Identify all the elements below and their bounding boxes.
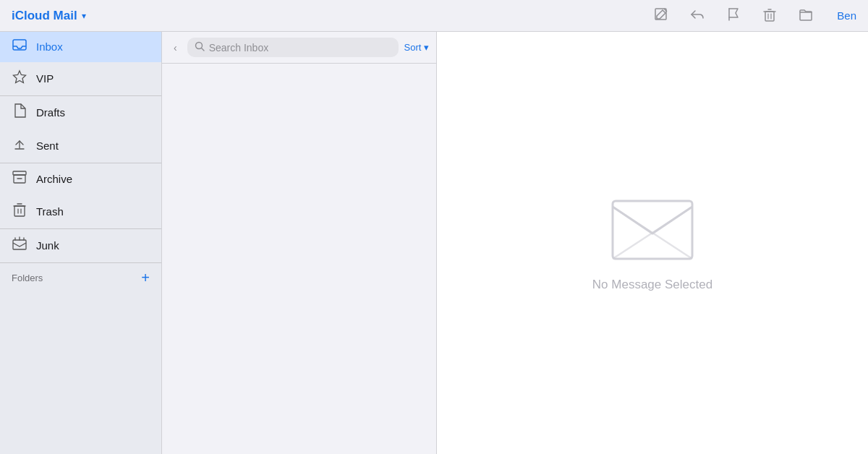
add-folder-button[interactable]: + <box>141 270 150 285</box>
header-left: iCloud Mail ▾ <box>12 9 86 23</box>
sort-button[interactable]: Sort ▾ <box>404 42 429 53</box>
detail-panel: No Message Selected <box>437 32 868 454</box>
trash-label: Trash <box>36 205 64 218</box>
archive-label: Archive <box>36 173 72 185</box>
message-list-panel: ‹ Sort ▾ <box>162 32 437 454</box>
message-list-body <box>162 64 436 454</box>
inbox-icon <box>12 39 27 54</box>
no-message-text: No Message Selected <box>592 278 712 292</box>
search-box <box>187 38 399 57</box>
no-message-icon <box>605 194 699 266</box>
star-icon <box>12 69 27 87</box>
folders-label: Folders <box>12 273 43 283</box>
app-title: iCloud Mail <box>12 9 77 23</box>
app-header: iCloud Mail ▾ <box>0 0 868 32</box>
svg-rect-2 <box>765 12 774 21</box>
inbox-label: Inbox <box>36 40 63 53</box>
svg-line-17 <box>201 48 204 51</box>
junk-label: Junk <box>36 239 59 252</box>
search-icon <box>195 41 205 53</box>
sidebar-item-vip[interactable]: VIP <box>0 62 161 95</box>
sidebar-item-drafts[interactable]: Drafts <box>0 96 161 129</box>
sidebar-item-archive[interactable]: Archive <box>0 163 161 195</box>
svg-rect-6 <box>13 171 26 175</box>
main-content: Inbox VIP Drafts <box>0 32 868 454</box>
svg-rect-12 <box>13 240 26 249</box>
move-folder-button[interactable] <box>795 4 817 27</box>
drafts-label: Drafts <box>36 106 65 119</box>
collapse-sidebar-button[interactable]: ‹ <box>169 39 182 56</box>
sidebar-item-trash[interactable]: Trash <box>0 195 161 228</box>
sidebar-item-inbox[interactable]: Inbox <box>0 32 161 62</box>
sent-icon <box>12 137 27 155</box>
search-input[interactable] <box>209 42 391 53</box>
sent-label: Sent <box>36 140 59 152</box>
reply-button[interactable] <box>686 4 708 27</box>
flag-button[interactable] <box>723 4 744 27</box>
svg-rect-9 <box>14 206 25 216</box>
sidebar-item-junk[interactable]: Junk <box>0 229 161 262</box>
sidebar-item-sent[interactable]: Sent <box>0 129 161 163</box>
vip-label: VIP <box>36 72 54 85</box>
junk-icon <box>12 236 27 254</box>
header-actions: Ben <box>650 4 856 27</box>
folders-row[interactable]: Folders + <box>0 263 161 292</box>
sidebar: Inbox VIP Drafts <box>0 32 162 454</box>
message-list-toolbar: ‹ Sort ▾ <box>162 32 436 64</box>
drafts-icon <box>12 103 27 121</box>
trash-icon <box>12 202 27 220</box>
app-title-chevron[interactable]: ▾ <box>82 11 86 21</box>
account-label[interactable]: Ben <box>837 9 856 22</box>
compose-button[interactable] <box>650 4 672 27</box>
delete-button[interactable] <box>759 4 780 27</box>
archive-icon <box>12 171 27 187</box>
